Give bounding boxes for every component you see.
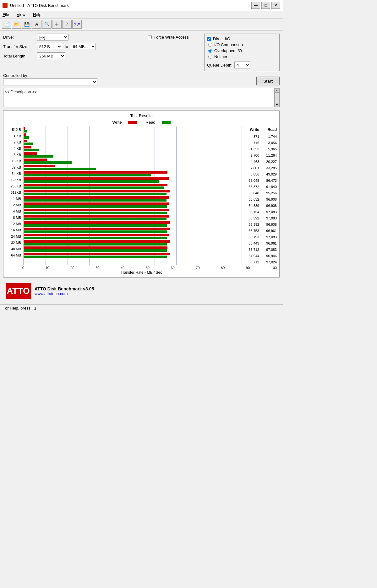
controlled-by-label: Controlled by: (3, 73, 253, 78)
close-button[interactable]: ✕ (271, 2, 280, 9)
read-legend-label: Read (146, 120, 156, 125)
row-label: 48 MB (6, 246, 22, 252)
force-write-checkbox[interactable] (148, 35, 152, 39)
bar-pair (24, 164, 242, 170)
total-length-row: Total Length: 256 MB (3, 52, 141, 59)
write-bar (24, 152, 37, 155)
number-pair: 3711,744 (243, 133, 277, 140)
direct-io-checkbox[interactable] (207, 37, 211, 41)
read-value: 33,285 (260, 166, 277, 170)
write-value: 64,944 (243, 254, 260, 258)
row-label: 512 B (6, 127, 22, 133)
x-tick-label: 40 (121, 266, 124, 270)
neither-radio[interactable] (208, 55, 212, 59)
controlled-by-select[interactable] (3, 78, 97, 85)
write-value: 716 (243, 141, 260, 145)
write-bar (24, 228, 170, 230)
move-button[interactable]: ✛ (52, 20, 62, 29)
number-pair: 8,85649,029 (243, 171, 277, 177)
queue-depth-row: Queue Depth: 4 (207, 62, 277, 68)
read-bar (24, 174, 151, 176)
row-label: 32 MB (6, 240, 22, 246)
atto-logo: ATTO (6, 283, 31, 299)
write-value: 1,353 (243, 147, 260, 151)
read-value: 96,908 (260, 223, 277, 226)
window-title: Untitled - ATTO Disk Benchmark (10, 3, 69, 8)
menu-view[interactable]: View (15, 12, 27, 18)
preview-button[interactable]: 🔍 (42, 20, 52, 29)
bar-pair (24, 133, 242, 139)
write-bar (24, 177, 169, 180)
write-bar (24, 221, 170, 224)
write-value: 4,468 (243, 160, 260, 164)
read-value: 5,965 (260, 147, 277, 151)
help-button[interactable]: ? (62, 20, 72, 29)
description-text: << Description >> (3, 88, 279, 95)
read-bar (24, 193, 167, 195)
to-label: to (65, 44, 68, 49)
chart-body: 512 B1 KB2 KB4 KB8 KB16 KB32 KB64 KB128K… (6, 127, 277, 265)
write-value: 65,712 (243, 248, 260, 251)
row-label: 128KB (6, 177, 22, 183)
read-value: 3,056 (260, 141, 277, 145)
new-button[interactable]: 📄 (2, 20, 11, 29)
menu-help[interactable]: Help (32, 12, 43, 18)
bar-pair (24, 252, 242, 258)
scroll-up-button[interactable]: ▲ (275, 88, 279, 93)
read-legend-color (162, 121, 171, 124)
overlapped-io-radio[interactable] (208, 49, 212, 53)
menu-file[interactable]: File (1, 12, 10, 18)
read-value: 95,256 (260, 191, 277, 195)
write-value: 64,839 (243, 204, 260, 208)
start-button[interactable]: Start (256, 77, 280, 85)
write-bar (24, 196, 169, 199)
number-pair: 65,15497,083 (243, 209, 277, 215)
read-bar (24, 168, 96, 170)
write-bar (24, 202, 169, 205)
maximize-button[interactable]: □ (261, 2, 270, 9)
bar-pair (24, 202, 242, 208)
title-bar-left: Untitled - ATTO Disk Benchmark (3, 3, 69, 8)
bar-pair (24, 246, 242, 252)
transfer-from-select[interactable]: 512 B (37, 43, 62, 50)
number-pair: 65,63296,908 (243, 196, 277, 202)
direct-io-row: Direct I/O (207, 36, 277, 41)
io-comparison-row: I/O Comparison (208, 42, 277, 47)
bar-pair (24, 189, 242, 196)
write-bar (24, 209, 169, 211)
write-bar (24, 140, 27, 142)
read-value: 49,029 (260, 172, 277, 176)
minimize-button[interactable]: — (251, 2, 260, 9)
website-link[interactable]: www.attotech.com (35, 291, 94, 296)
footer-logo: ATTO ATTO Disk Benchmark v3.05 www.attot… (3, 281, 280, 301)
read-bar (24, 199, 167, 202)
total-length-select[interactable]: 256 MB (37, 52, 65, 59)
results-title: Test Results (6, 113, 277, 118)
queue-depth-select[interactable]: 4 (234, 62, 250, 68)
open-button[interactable]: 📂 (12, 20, 21, 29)
write-header: Write (243, 127, 260, 132)
context-help-button[interactable]: ?↗ (72, 20, 82, 29)
write-value: 65,392 (243, 223, 260, 226)
read-bar (24, 205, 167, 208)
drive-select[interactable]: [-i-] (37, 34, 68, 40)
row-label: 64 KB (6, 170, 22, 177)
read-bar (24, 256, 167, 258)
save-button[interactable]: 💾 (22, 20, 31, 29)
read-value: 97,083 (260, 235, 277, 239)
transfer-to-select[interactable]: 64 MB (71, 43, 96, 50)
row-label: 4 MB (6, 208, 22, 214)
app-version: ATTO Disk Benchmark v3.05 (35, 286, 94, 291)
scroll-down-button[interactable]: ▼ (275, 103, 279, 107)
print-button[interactable]: 🖨 (32, 20, 41, 29)
row-label: 16 MB (6, 227, 22, 233)
neither-row: Neither (208, 54, 277, 59)
left-controls: Drive: [-i-] Transfer Size: 512 B to 64 … (3, 34, 141, 71)
write-bar (24, 240, 170, 243)
write-value: 65,372 (243, 185, 260, 189)
grid-line (242, 127, 242, 265)
io-comparison-radio[interactable] (208, 43, 212, 47)
write-bar (24, 234, 169, 236)
read-bar (24, 155, 53, 158)
write-bar (24, 171, 167, 174)
